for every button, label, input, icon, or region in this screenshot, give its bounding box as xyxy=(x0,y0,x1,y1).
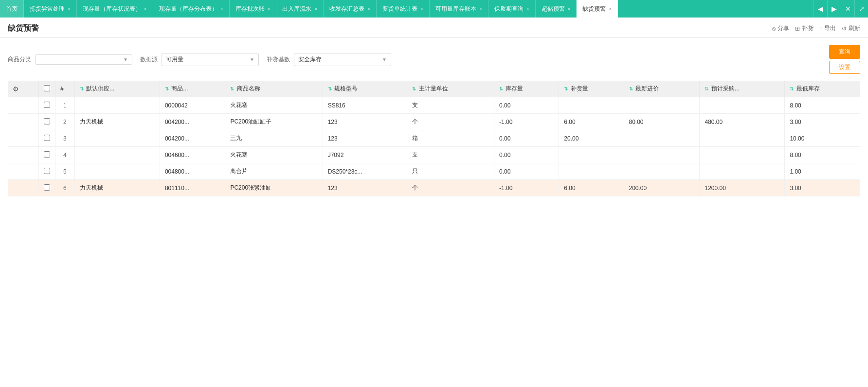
row-min-stock-cell: 1.00 xyxy=(785,163,860,180)
row-estimated-purchase-cell: 1200.00 xyxy=(700,180,785,196)
row-estimated-purchase-cell xyxy=(700,130,785,147)
tab-expand-button[interactable]: ⤢ xyxy=(854,0,868,18)
row-replenish-qty-cell xyxy=(559,163,624,180)
tab-inventory-dist[interactable]: 现存量（库存分布表） × xyxy=(153,0,230,18)
col-header-stock[interactable]: ⇅ 库存量 xyxy=(494,81,559,97)
tab-prev-button[interactable]: ◀ xyxy=(814,0,827,18)
close-tab-overstock[interactable]: × xyxy=(568,6,571,12)
sort-icon-replenish-qty: ⇅ xyxy=(564,86,568,91)
col-header-spec[interactable]: ⇅ 规格型号 xyxy=(323,81,407,97)
row-spec-cell: SS816 xyxy=(323,97,407,114)
replenish-base-select[interactable]: 安全库存 ▼ xyxy=(294,53,391,66)
row-num-cell: 5 xyxy=(55,163,74,180)
row-checkbox-cell[interactable] xyxy=(38,114,55,130)
row-supplier-cell xyxy=(74,97,160,114)
select-all-checkbox[interactable] xyxy=(44,85,50,91)
replenish-button[interactable]: ⊞ 补货 xyxy=(795,24,814,33)
row-checkbox-3[interactable] xyxy=(44,151,50,158)
row-gear-cell xyxy=(8,130,38,147)
row-min-stock-cell: 8.00 xyxy=(785,97,860,114)
row-supplier-cell xyxy=(74,163,160,180)
filter-area: 商品分类 ▼ 数据源 可用量 ▼ 补货基数 安全库存 ▼ 查询 设置 xyxy=(0,38,868,81)
row-checkbox-4[interactable] xyxy=(44,168,50,174)
query-button[interactable]: 查询 xyxy=(829,45,860,59)
row-stock-cell: 0.00 xyxy=(494,130,559,147)
tab-home[interactable]: 首页 xyxy=(0,0,24,18)
close-tab-order-stats[interactable]: × xyxy=(420,6,423,12)
row-num-cell: 3 xyxy=(55,130,74,147)
col-header-min-stock[interactable]: ⇅ 最低库存 xyxy=(785,81,860,97)
tab-close-button[interactable]: ✕ xyxy=(841,0,854,18)
col-header-product-code[interactable]: ⇅ 商品... xyxy=(160,81,225,97)
row-checkbox-1[interactable] xyxy=(44,118,50,124)
row-latest-price-cell xyxy=(624,147,700,163)
col-header-product-name[interactable]: ⇅ 商品名称 xyxy=(225,81,323,97)
replenish-base-chevron-icon: ▼ xyxy=(382,57,387,62)
row-checkbox-cell[interactable] xyxy=(38,163,55,180)
settings-button[interactable]: 设置 xyxy=(829,61,860,74)
datasource-select[interactable]: 可用量 ▼ xyxy=(162,53,259,66)
row-supplier-cell: 力天机械 xyxy=(74,114,160,130)
close-tab-expiry-query[interactable]: × xyxy=(526,6,529,12)
row-checkbox-cell[interactable] xyxy=(38,147,55,163)
row-stock-cell: 0.00 xyxy=(494,147,559,163)
tab-order-stats[interactable]: 要货单统计表 × xyxy=(377,0,430,18)
tab-inventory-status[interactable]: 现存量（库存状况表） × xyxy=(77,0,153,18)
tab-expiry-query[interactable]: 保质期查询 × xyxy=(488,0,536,18)
tab-shortage[interactable]: 缺货预警 × xyxy=(577,0,618,18)
col-header-num: # xyxy=(55,81,74,97)
row-checkbox-2[interactable] xyxy=(44,135,50,141)
row-checkbox-5[interactable] xyxy=(44,184,50,191)
row-product-name-cell: PC200油缸缸子 xyxy=(225,114,323,130)
tab-inout-flow[interactable]: 出入库流水 × xyxy=(276,0,324,18)
close-tab-available-ledger[interactable]: × xyxy=(479,6,482,12)
row-product-name-cell: PC200张紧油缸 xyxy=(225,180,323,196)
close-tab-recv-summary[interactable]: × xyxy=(367,6,370,12)
tab-batch-account[interactable]: 库存批次账 × xyxy=(230,0,277,18)
close-tab-inventory-dist[interactable]: × xyxy=(220,6,223,12)
category-select[interactable]: ▼ xyxy=(35,54,132,65)
tab-available-ledger[interactable]: 可用量库存账本 × xyxy=(430,0,488,18)
datasource-label: 数据源 xyxy=(140,55,158,64)
tab-overstock[interactable]: 超储预警 × xyxy=(536,0,577,18)
row-product-name-cell: 火花塞 xyxy=(225,147,323,163)
close-tab-inventory-status[interactable]: × xyxy=(144,6,147,12)
close-tab-abnormal[interactable]: × xyxy=(68,6,71,12)
row-checkbox-0[interactable] xyxy=(44,102,50,108)
tab-abnormal[interactable]: 拣货异常处理 × xyxy=(24,0,77,18)
row-num-cell: 1 xyxy=(55,97,74,114)
row-spec-cell: 123 xyxy=(323,180,407,196)
col-header-latest-price[interactable]: ⇅ 最新进价 xyxy=(624,81,700,97)
gear-icon[interactable]: ⚙ xyxy=(13,85,19,93)
row-spec-cell: J7092 xyxy=(323,147,407,163)
export-button[interactable]: ↑ 导出 xyxy=(819,24,836,33)
row-latest-price-cell xyxy=(624,163,700,180)
export-icon: ↑ xyxy=(819,25,822,32)
share-button[interactable]: ⎋ 分享 xyxy=(772,24,789,33)
sort-icon-supplier: ⇅ xyxy=(80,86,84,91)
close-tab-inout-flow[interactable]: × xyxy=(314,6,317,12)
tab-recv-summary[interactable]: 收发存汇总表 × xyxy=(324,0,377,18)
close-tab-batch-account[interactable]: × xyxy=(268,6,271,12)
refresh-button[interactable]: ↺ 刷新 xyxy=(842,24,860,33)
tab-next-button[interactable]: ▶ xyxy=(827,0,841,18)
row-checkbox-cell[interactable] xyxy=(38,130,55,147)
row-checkbox-cell[interactable] xyxy=(38,180,55,196)
col-header-default-supplier[interactable]: ⇅ 默认供应... xyxy=(74,81,160,97)
row-min-stock-cell: 3.00 xyxy=(785,180,860,196)
close-tab-shortage[interactable]: × xyxy=(609,6,612,12)
row-latest-price-cell xyxy=(624,130,700,147)
row-product-code-cell: 0000042 xyxy=(160,97,225,114)
row-gear-cell xyxy=(8,97,38,114)
row-stock-cell: -1.00 xyxy=(494,180,559,196)
col-header-unit[interactable]: ⇅ 主计量单位 xyxy=(407,81,494,97)
row-product-name-cell: 火花塞 xyxy=(225,97,323,114)
col-header-gear[interactable]: ⚙ xyxy=(8,81,38,97)
replenish-base-value: 安全库存 xyxy=(298,55,322,64)
col-header-estimated-purchase[interactable]: ⇅ 预计采购... xyxy=(700,81,785,97)
row-product-code-cell: 801110... xyxy=(160,180,225,196)
col-header-replenish-qty[interactable]: ⇅ 补货量 xyxy=(559,81,624,97)
col-header-checkbox[interactable] xyxy=(38,81,55,97)
row-checkbox-cell[interactable] xyxy=(38,97,55,114)
row-stock-cell: -1.00 xyxy=(494,114,559,130)
